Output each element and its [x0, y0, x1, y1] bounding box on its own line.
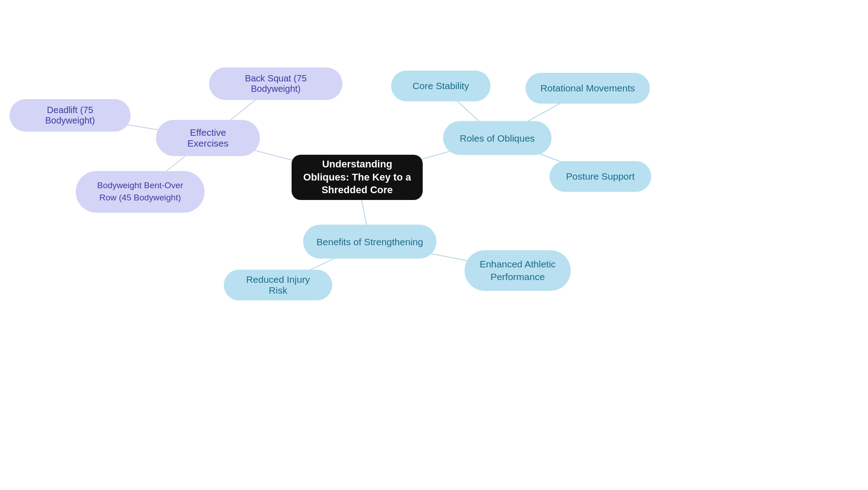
- roles-of-obliques-node[interactable]: Roles of Obliques: [443, 121, 552, 155]
- bent-over-row-node[interactable]: Bodyweight Bent-Over Row (45 Bodyweight): [76, 171, 205, 213]
- center-node[interactable]: Understanding Obliques: The Key to a Shr…: [292, 155, 423, 200]
- core-stability-node[interactable]: Core Stability: [391, 71, 491, 101]
- deadlift-node[interactable]: Deadlift (75 Bodyweight): [9, 99, 131, 132]
- posture-support-node[interactable]: Posture Support: [550, 161, 651, 192]
- reduced-injury-risk-node[interactable]: Reduced Injury Risk: [224, 270, 332, 300]
- rotational-movements-node[interactable]: Rotational Movements: [526, 73, 650, 104]
- benefits-strengthening-node[interactable]: Benefits of Strengthening: [303, 225, 437, 259]
- enhanced-athletic-node[interactable]: Enhanced Athletic Performance: [465, 250, 571, 291]
- back-squat-node[interactable]: Back Squat (75 Bodyweight): [209, 67, 343, 100]
- effective-exercises-node[interactable]: Effective Exercises: [156, 120, 260, 156]
